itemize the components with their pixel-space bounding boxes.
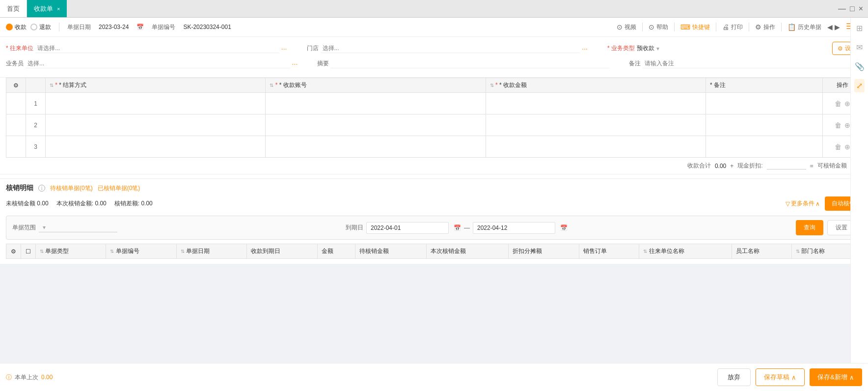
next-arrow[interactable]: ▶ (835, 23, 840, 31)
row-num-1: 1 (26, 93, 46, 114)
summary-input[interactable] (331, 59, 609, 68)
counterpart-more-btn[interactable]: ··· (281, 45, 287, 53)
counterpart-input[interactable] (35, 44, 279, 53)
row-empty-check-3 (6, 136, 26, 158)
cell-amount-2[interactable] (486, 114, 705, 136)
cell-account-1[interactable] (266, 93, 486, 114)
range-label: 单据范围 (12, 223, 36, 232)
cell-notes-1[interactable] (706, 93, 823, 114)
cell-amount-1[interactable] (486, 93, 705, 114)
bth-discount: 折扣分摊额 (508, 244, 579, 259)
save-new-arrow-icon: ∧ (849, 374, 854, 381)
row-empty-check-2 (6, 114, 26, 136)
date-label: 单据日期 (67, 23, 91, 31)
row-num-3: 3 (26, 136, 46, 158)
tab-receipt[interactable]: 收款单 × (27, 0, 67, 17)
bth-settings[interactable]: ⚙ (6, 244, 21, 259)
calendar-to-icon[interactable]: 📅 (560, 224, 568, 231)
shortcut-btn[interactable]: ⌨ 快捷键 (680, 23, 710, 31)
video-btn[interactable]: ⊙ 视频 (617, 23, 636, 31)
discount-input[interactable] (767, 162, 806, 169)
toolbar: 收款 退款 单据日期 2023-03-24 📅 单据编号 SK-20230324… (0, 18, 868, 37)
abandon-btn[interactable]: 放弃 (717, 368, 751, 386)
print-btn[interactable]: 🖨 打印 (722, 23, 743, 31)
total-label: 收款合计 (687, 162, 711, 170)
notes-label: 备注 (629, 59, 641, 68)
expand-sidebar-icon[interactable]: ⤢ (854, 79, 865, 92)
counterpart-label: * 往来单位 (6, 44, 33, 53)
notes-input[interactable] (643, 59, 862, 68)
filter-buttons: 查询 设置 (796, 220, 856, 235)
toolbar-actions: ⊙ 视频 ⊙ 帮助 ⌨ 快捷键 🖨 打印 ⚙ 操作 (617, 22, 862, 32)
tab-home[interactable]: 首页 (0, 0, 27, 17)
delete-row-3-icon[interactable]: 🗑 (835, 143, 841, 151)
date-to-input[interactable] (473, 222, 555, 234)
date-from-input[interactable] (366, 222, 449, 234)
operations-btn[interactable]: ⚙ 操作 (755, 23, 775, 31)
range-filter: 单据范围 ▾ (12, 223, 117, 232)
filter-icon: ▽ (786, 200, 790, 207)
receipt-radio[interactable]: 收款 (6, 23, 27, 31)
range-select[interactable]: ▾ (39, 223, 117, 232)
sort-icon-account: ⇅ (270, 83, 273, 88)
footer-info-icon[interactable]: ⓘ (6, 373, 12, 382)
help-btn[interactable]: ⊙ 帮助 (649, 23, 668, 31)
history-btn[interactable]: 📋 历史单据 (787, 23, 821, 31)
tab-close-icon[interactable]: × (57, 6, 60, 12)
business-type-value: 预收款 (637, 44, 654, 53)
copy-row-3-icon[interactable]: ⊕ (844, 143, 850, 151)
cell-settlement-2[interactable] (46, 114, 266, 136)
bth-checkbox[interactable]: ☐ (21, 244, 36, 259)
staff-field: 业务员 ··· (6, 59, 298, 68)
form-section: * 往来单位 ··· 门店 ··· * 业务类型 预收款 ▾ ⚙ 设置 (0, 37, 868, 78)
minimize-icon[interactable]: — (838, 4, 846, 13)
cell-amount-3[interactable] (486, 136, 705, 158)
close-window-icon[interactable]: × (859, 4, 863, 13)
number-label: 单据编号 (152, 23, 175, 31)
cell-account-3[interactable] (266, 136, 486, 158)
save-new-btn[interactable]: 保存&新增 ∧ (810, 368, 862, 386)
pending-tab[interactable]: 待核销单据(0笔) (50, 184, 93, 193)
bottom-table-header: ⚙ ☐ ⇅ 单据类型 ⇅ 单据编号 ⇅ 单据日期 收款到期日 金 (6, 244, 862, 259)
mail-sidebar-icon[interactable]: ✉ (854, 41, 865, 54)
cell-notes-2[interactable] (706, 114, 823, 136)
refund-radio[interactable]: 退款 (30, 23, 51, 31)
prev-arrow[interactable]: ◀ (827, 23, 833, 31)
history-label: 历史单据 (798, 23, 821, 31)
copy-row-1-icon[interactable]: ⊕ (844, 100, 850, 108)
form-row-1: * 往来单位 ··· 门店 ··· * 业务类型 预收款 ▾ ⚙ 设置 (6, 42, 862, 55)
save-draft-btn[interactable]: 保存草稿 ∧ (756, 368, 805, 386)
footer: ⓘ 本单上次 0.00 放弃 保存草稿 ∧ 保存&新增 ∧ (0, 363, 868, 391)
table-settings-col[interactable]: ⚙ (6, 78, 26, 93)
delete-row-2-icon[interactable]: 🗑 (835, 121, 841, 129)
store-more-btn[interactable]: ··· (582, 45, 588, 53)
writeoff-info-icon[interactable]: i (38, 185, 45, 192)
more-conditions-btn[interactable]: ▽ 更多条件 ∧ (786, 199, 820, 208)
sort-icon-settlement: ⇅ (50, 83, 54, 88)
cell-settlement-3[interactable] (46, 136, 266, 158)
query-btn[interactable]: 查询 (796, 220, 823, 235)
store-input[interactable] (321, 44, 580, 53)
delete-row-1-icon[interactable]: 🗑 (835, 100, 841, 108)
attachment-sidebar-icon[interactable]: 📎 (853, 60, 867, 73)
video-icon: ⊙ (617, 23, 623, 31)
staff-more-btn[interactable]: ··· (292, 60, 298, 68)
staff-input[interactable] (26, 59, 290, 68)
refund-radio-circle (30, 24, 37, 30)
table-sidebar-icon[interactable]: ⊞ (854, 22, 865, 35)
calendar-icon[interactable]: 📅 (136, 24, 144, 30)
calendar-from-icon[interactable]: 📅 (454, 224, 461, 231)
cell-settlement-1[interactable] (46, 93, 266, 114)
print-icon: 🖨 (722, 23, 729, 31)
cell-notes-3[interactable] (706, 136, 823, 158)
cell-account-2[interactable] (266, 114, 486, 136)
bth-due-date: 收款到期日 (246, 244, 318, 259)
business-type-field: * 业务类型 预收款 ▾ (607, 44, 832, 53)
sort-icon-number: ⇅ (110, 249, 114, 254)
divider6 (781, 23, 782, 31)
business-type-arrow[interactable]: ▾ (656, 45, 659, 52)
copy-row-2-icon[interactable]: ⊕ (844, 121, 850, 129)
maximize-icon[interactable]: □ (850, 4, 855, 13)
done-tab[interactable]: 已核销单据(0笔) (98, 184, 140, 193)
bth-current: 本次核销金额 (426, 244, 508, 259)
